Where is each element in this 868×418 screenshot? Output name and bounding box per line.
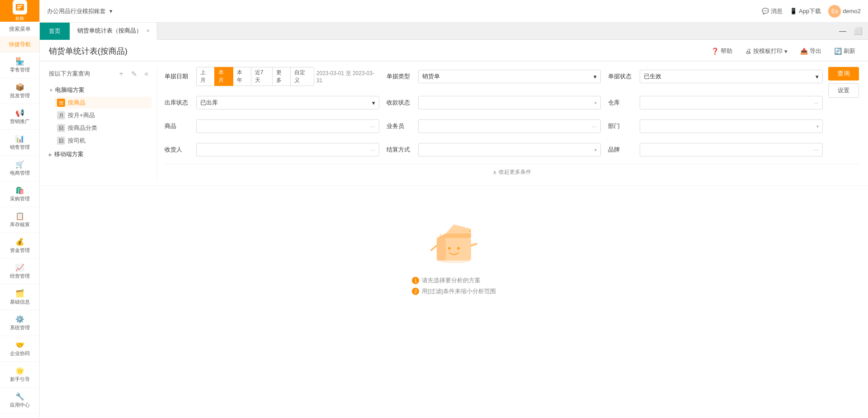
receiver-dots-icon[interactable]: ··· bbox=[370, 146, 375, 153]
doc-status-label: 单据状态 bbox=[608, 72, 640, 81]
payment-input[interactable]: ▾ bbox=[418, 143, 601, 157]
message-btn[interactable]: 💬 消息 bbox=[762, 7, 783, 15]
brand-input[interactable]: ··· bbox=[640, 143, 823, 157]
logo-area[interactable]: 标账 bbox=[0, 0, 39, 22]
sidebar-item-8[interactable]: 📈经营管理 bbox=[0, 259, 39, 285]
filter-layout: 按以下方案查询 + ✎ « ▼ 电脑端方案 bbox=[49, 67, 859, 180]
filter-item-doc-type: 单据类型 销货单 ▾ bbox=[387, 70, 601, 83]
left-panel-title: 按以下方案查询 bbox=[49, 70, 90, 78]
sidebar-item-icon-4: 🛒 bbox=[15, 160, 24, 169]
plan-section-desktop-header[interactable]: ▼ 电脑端方案 bbox=[49, 84, 151, 96]
user-area[interactable]: Ea demo2 bbox=[828, 5, 861, 18]
date-tab-7days[interactable]: 近7天 bbox=[251, 67, 273, 86]
sidebar-item-icon-10: ⚙️ bbox=[15, 315, 24, 323]
refresh-label: 刷新 bbox=[844, 47, 855, 55]
print-dropdown-icon[interactable]: ▾ bbox=[784, 48, 788, 55]
help-btn[interactable]: ❓ 帮助 bbox=[708, 45, 736, 57]
filter-row-4: 收货人 ··· bbox=[165, 143, 823, 157]
filter-item-receipt-status: 收款状态 ▾ bbox=[387, 96, 601, 109]
sidebar-item-3[interactable]: 📊销售管理 bbox=[0, 130, 39, 156]
app-download-btn[interactable]: 📱 App下载 bbox=[790, 7, 821, 15]
out-status-dropdown-icon: ▾ bbox=[372, 100, 375, 106]
sidebar-item-13[interactable]: 🔧应用中心 bbox=[0, 388, 39, 413]
salesperson-dots-icon[interactable]: ··· bbox=[592, 123, 597, 130]
tab-active[interactable]: 销货单统计表（按商品） × bbox=[70, 23, 157, 40]
sidebar-item-9[interactable]: 🗂️基础信息 bbox=[0, 285, 39, 310]
user-name: demo2 bbox=[843, 8, 861, 14]
doc-type-select[interactable]: 销货单 ▾ bbox=[418, 70, 601, 83]
warehouse-dots-icon[interactable]: ··· bbox=[813, 99, 819, 106]
date-tab-this-month[interactable]: 本月 bbox=[214, 67, 233, 86]
edit-plan-icon[interactable]: ✎ bbox=[129, 69, 139, 79]
hint-text-2: 用[过滤]条件来缩小分析范围 bbox=[422, 287, 495, 295]
plan-item-label: 按商品分类 bbox=[68, 124, 97, 132]
export-btn[interactable]: 📤 导出 bbox=[797, 45, 825, 57]
plan-item-by-category[interactable]: 囧 按商品分类 bbox=[54, 122, 151, 134]
quick-nav[interactable]: 快捷导航 bbox=[0, 37, 39, 52]
filter-item-department: 部门 ▾ bbox=[608, 119, 823, 133]
sidebar-item-4[interactable]: 🛒电商管理 bbox=[0, 156, 39, 181]
date-tabs: 上月 本月 本年 近7天 更多 自定义 bbox=[196, 67, 314, 86]
collapse-panel-icon[interactable]: « bbox=[142, 69, 151, 79]
doc-type-label: 单据类型 bbox=[387, 72, 418, 81]
sidebar-item-label-4: 电商管理 bbox=[10, 170, 30, 176]
sidebar-item-12[interactable]: 🌟新手引导 bbox=[0, 362, 39, 388]
salesperson-input[interactable]: ··· bbox=[418, 119, 601, 133]
goods-label: 商品 bbox=[165, 122, 196, 130]
goods-dots-icon[interactable]: ··· bbox=[370, 123, 375, 130]
doc-status-select[interactable]: 已生效 ▾ bbox=[640, 70, 823, 83]
sidebar-item-2[interactable]: 📢营销推广 bbox=[0, 104, 39, 130]
sidebar-item-icon-3: 📊 bbox=[15, 134, 24, 143]
tab-minimize-icon[interactable]: — bbox=[836, 25, 849, 38]
sidebar-item-7[interactable]: 💰资金管理 bbox=[0, 233, 39, 259]
out-status-select[interactable]: 已出库 ▾ bbox=[196, 96, 379, 109]
sidebar-item-14[interactable]: 💬企业微信 bbox=[0, 413, 39, 418]
brand-dots-icon[interactable]: ··· bbox=[813, 146, 819, 153]
dropdown-arrow-icon[interactable]: ▾ bbox=[109, 8, 113, 14]
date-tab-this-year[interactable]: 本年 bbox=[233, 67, 251, 86]
receiver-input[interactable]: ··· bbox=[196, 143, 379, 157]
plan-item-by-driver[interactable]: 囧 按司机 bbox=[54, 135, 151, 147]
sidebar-item-10[interactable]: ⚙️系统管理 bbox=[0, 310, 39, 336]
topbar-left[interactable]: 办公用品行业模拟账套 ▾ bbox=[47, 7, 113, 15]
section-arrow-icon: ▼ bbox=[49, 88, 53, 93]
warehouse-input[interactable]: ··· bbox=[640, 96, 823, 109]
tab-home[interactable]: 首页 bbox=[40, 23, 70, 40]
tab-restore-icon[interactable]: ⬜ bbox=[852, 25, 864, 38]
plan-item-by-month-goods[interactable]: 月 按月+商品 bbox=[54, 109, 151, 121]
sidebar-item-label-3: 销售管理 bbox=[10, 144, 30, 151]
settings-button[interactable]: 设置 bbox=[828, 83, 859, 98]
sidebar-item-5[interactable]: 🛍️采购管理 bbox=[0, 181, 39, 207]
department-input[interactable]: ▾ bbox=[640, 119, 823, 133]
plan-section-mobile: ▶ 移动端方案 bbox=[49, 148, 151, 160]
receipt-status-input[interactable]: ▾ bbox=[418, 96, 601, 109]
sidebar-item-11[interactable]: 🤝企业协同 bbox=[0, 336, 39, 362]
tab-close-icon[interactable]: × bbox=[146, 28, 150, 34]
sidebar-search[interactable]: 搜索菜单 bbox=[0, 22, 39, 37]
section-label: 移动端方案 bbox=[54, 150, 84, 158]
date-tab-custom[interactable]: 自定义 bbox=[290, 67, 314, 86]
svg-point-8 bbox=[457, 247, 460, 250]
doc-type-control: 销货单 ▾ bbox=[418, 70, 601, 83]
template-print-btn[interactable]: 🖨 按模板打印 ▾ bbox=[741, 45, 791, 57]
search-menu-label[interactable]: 搜索菜单 bbox=[9, 26, 31, 32]
sidebar-item-6[interactable]: 📋库存核算 bbox=[0, 207, 39, 233]
filter-item-goods: 商品 ··· bbox=[165, 119, 379, 133]
query-button[interactable]: 查询 bbox=[828, 67, 859, 81]
out-status-control: 已出库 ▾ bbox=[196, 96, 379, 109]
date-tab-last-month[interactable]: 上月 bbox=[196, 67, 215, 86]
sidebar-item-1[interactable]: 📦批发管理 bbox=[0, 78, 39, 104]
sidebar-item-0[interactable]: 🏪零售管理 bbox=[0, 52, 39, 78]
plan-section-mobile-header[interactable]: ▶ 移动端方案 bbox=[49, 148, 151, 160]
sidebar-item-icon-0: 🏪 bbox=[15, 57, 24, 66]
goods-input[interactable]: ··· bbox=[196, 119, 379, 133]
plan-item-label: 按商品 bbox=[68, 99, 85, 107]
refresh-btn[interactable]: 🔄 刷新 bbox=[830, 45, 859, 57]
plan-item-by-goods[interactable]: 按 按商品 bbox=[54, 97, 151, 109]
out-status-label: 出库状态 bbox=[165, 99, 196, 107]
date-tab-more[interactable]: 更多 bbox=[272, 67, 291, 86]
receiver-label: 收货人 bbox=[165, 146, 196, 154]
add-plan-icon[interactable]: + bbox=[116, 69, 126, 79]
collapse-btn[interactable]: ∧ 收起更多条件 bbox=[487, 167, 537, 177]
export-label: 导出 bbox=[810, 47, 821, 55]
